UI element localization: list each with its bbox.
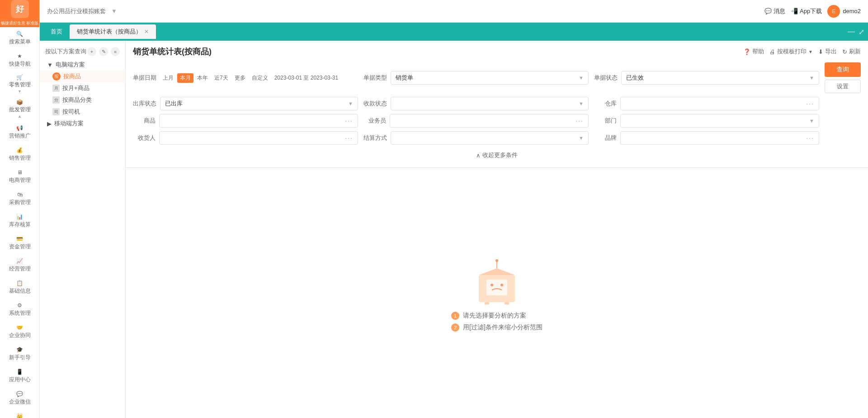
user-area[interactable]: E demo2 <box>827 5 861 18</box>
app-center-icon: 📱 <box>16 369 23 375</box>
app-download-label: App下载 <box>800 7 822 15</box>
purchase-icon: 🛍 <box>17 191 23 198</box>
doc-status-caret: ▼ <box>809 75 814 81</box>
help-btn[interactable]: ❓ 帮助 <box>743 48 764 56</box>
logo-text: 畅捷通好生意 标准版 <box>1 21 39 25</box>
tab-sales-stat[interactable]: 销货单统计表（按商品） ✕ <box>70 24 156 39</box>
sidebar-item-purchase[interactable]: 🛍 采购管理 <box>0 188 39 210</box>
filter-brand: 品牌 ··· <box>594 131 819 145</box>
sidebar-quick-nav[interactable]: ★ 快捷导航 <box>0 49 39 71</box>
filter-payment: 结算方式 ▼ <box>363 131 589 145</box>
date-tabs: 上月 本月 本年 近7天 更多 自定义 <box>160 73 271 83</box>
sidebar-item-system[interactable]: ⚙ 系统管理 <box>0 299 39 321</box>
sidebar-item-operations[interactable]: 📈 经营管理 <box>0 254 39 276</box>
refresh-btn[interactable]: ↻ 刷新 <box>842 48 861 56</box>
logo-area: 好 <box>0 0 39 18</box>
messages-btn[interactable]: 💬 消息 <box>764 7 785 15</box>
product-dots-icon[interactable]: ··· <box>345 117 353 124</box>
sidebar-item-enterprise[interactable]: 🤝 企业协同 <box>0 321 39 343</box>
tree-node-mobile[interactable]: ▶ 移动端方案 <box>40 118 125 129</box>
receipt-status-control[interactable]: ▼ <box>391 97 589 110</box>
department-control[interactable]: ▼ <box>620 114 819 128</box>
brand-dots-icon[interactable]: ··· <box>806 134 814 142</box>
doc-type-control[interactable]: 销货单 ▼ <box>391 71 589 85</box>
receipt-status-label: 收款状态 <box>363 100 387 108</box>
date-tab-7days[interactable]: 近7天 <box>212 73 231 83</box>
tree-child-by-cashier[interactable]: 司 按司机 <box>40 106 125 118</box>
by-month-product-icon: 月 <box>52 85 60 92</box>
tree-child-by-product[interactable]: 按 按商品 <box>40 71 125 82</box>
member-icon: 👑 <box>16 413 23 418</box>
date-tab-more[interactable]: 更多 <box>232 73 248 83</box>
export-btn[interactable]: ⬇ 导出 <box>818 48 837 56</box>
sidebar-item-finance[interactable]: 💳 资金管理 <box>0 232 39 254</box>
app-download-btn[interactable]: 📲 App下载 <box>791 7 822 15</box>
warehouse-dots-icon[interactable]: ··· <box>806 100 814 107</box>
salesperson-dots-icon[interactable]: ··· <box>576 117 584 124</box>
system-label: 系统管理 <box>9 309 31 317</box>
tree-node-desktop[interactable]: ▼ 电脑端方案 <box>40 59 125 71</box>
sidebar-item-basic[interactable]: 📋 基础信息 <box>0 276 39 299</box>
sidebar-item-inventory[interactable]: 📊 库存核算 <box>0 210 39 232</box>
enterprise-label: 企业协同 <box>9 332 31 339</box>
topbar-dropdown-icon[interactable]: ▼ <box>111 8 117 14</box>
wechat-label: 企业微信 <box>9 398 31 406</box>
collapse-label: 收起更多条件 <box>482 151 518 159</box>
date-tab-this-month[interactable]: 本月 <box>177 73 193 83</box>
collapse-panel-btn[interactable]: « <box>111 47 120 56</box>
product-control[interactable]: ··· <box>159 114 358 128</box>
sidebar-item-wechat[interactable]: 💬 企业微信 <box>0 387 39 409</box>
plus-icon: + <box>90 49 93 54</box>
print-btn[interactable]: 🖨 按模板打印 ▼ <box>769 48 813 56</box>
sidebar-item-app-center[interactable]: 📱 应用中心 <box>0 365 39 387</box>
edit-scheme-btn[interactable]: ✎ <box>99 47 108 56</box>
doc-status-control[interactable]: 已生效 ▼ <box>621 71 819 85</box>
search-label: 搜索菜单 <box>9 38 31 46</box>
sidebar-search[interactable]: 🔍 搜索菜单 <box>0 27 39 49</box>
sidebar-item-marketing[interactable]: 📢 营销推广 <box>0 121 39 143</box>
filter-salesperson: 业务员 ··· <box>363 114 589 128</box>
salesperson-control[interactable]: ··· <box>390 114 589 128</box>
filter-title-row: 销货单统计表(按商品) ❓ 帮助 🖨 按模板打印 ▼ ⬇ <box>133 46 861 57</box>
date-range: 2023-03-01 至 2023-03-31 <box>274 74 338 82</box>
date-tab-last-month[interactable]: 上月 <box>160 73 176 83</box>
sidebar-item-member[interactable]: 👑 畅会员 <box>0 409 39 418</box>
doc-type-label: 单据类型 <box>363 74 387 82</box>
chevron-up-icon: ▲ <box>18 114 22 119</box>
date-tab-custom[interactable]: 自定义 <box>249 73 271 83</box>
marketing-label: 营销推广 <box>9 132 31 140</box>
minimize-icon[interactable]: — <box>848 28 855 36</box>
add-scheme-btn[interactable]: + <box>87 47 96 56</box>
receiver-dots-icon[interactable]: ··· <box>345 134 353 142</box>
sidebar-item-wholesale[interactable]: 📦 批发管理 ▲ <box>0 96 39 121</box>
out-status-control[interactable]: 已出库 ▼ <box>160 97 358 110</box>
close-tab-icon[interactable]: ✕ <box>144 28 149 35</box>
maximize-icon[interactable]: ⤢ <box>859 28 864 36</box>
brand-control[interactable]: ··· <box>620 131 819 145</box>
date-tab-this-year[interactable]: 本年 <box>194 73 211 83</box>
payment-control[interactable]: ▼ <box>391 131 589 145</box>
tree-child-by-category[interactable]: 分 按商品分类 <box>40 94 125 106</box>
svg-point-5 <box>495 259 498 262</box>
by-cashier-icon: 司 <box>52 108 60 115</box>
wechat-icon: 💬 <box>16 391 23 397</box>
sidebar-item-newbie[interactable]: 🎓 新手引导 <box>0 343 39 365</box>
tab-home[interactable]: 首页 <box>43 24 70 39</box>
content-area: 按以下方案查询 + ✎ « ▼ 电脑端方案 <box>40 41 868 418</box>
tree-child-by-month-product[interactable]: 月 按月+商品 <box>40 82 125 94</box>
topbar-title: 办公用品行业模拟账套 <box>47 7 106 15</box>
svg-point-2 <box>491 284 493 286</box>
tabbar: 首页 销货单统计表（按商品） ✕ — ⤢ <box>40 23 868 41</box>
query-btn[interactable]: 查询 <box>825 62 861 77</box>
system-icon: ⚙ <box>17 302 22 309</box>
warehouse-control[interactable]: ··· <box>620 97 819 110</box>
topbar: 办公用品行业模拟账套 ▼ 💬 消息 📲 App下载 E demo2 <box>40 0 868 23</box>
collapse-btn[interactable]: ∧ 收起更多条件 <box>476 151 518 159</box>
sidebar-item-ecommerce[interactable]: 🖥 电商管理 <box>0 166 39 188</box>
sidebar-item-retail[interactable]: 🛒 零售管理 ▼ <box>0 71 39 96</box>
receiver-control[interactable]: ··· <box>159 131 358 145</box>
sidebar-item-sales[interactable]: 💰 销售管理 <box>0 143 39 166</box>
settings-btn[interactable]: 设置 <box>825 80 861 93</box>
export-label: 导出 <box>825 48 837 56</box>
empty-num-2: 2 <box>451 323 459 332</box>
